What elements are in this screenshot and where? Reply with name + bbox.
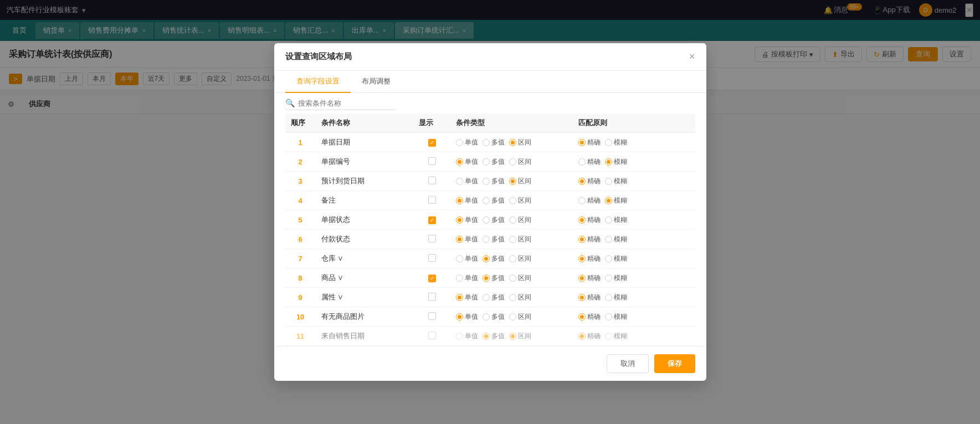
th-order: 顺序 (285, 113, 316, 114)
dialog-header: 设置查询区域布局 × (274, 43, 706, 71)
settings-dialog: 设置查询区域布局 × 查询字段设置 布局调整 🔍 顺序 (274, 43, 706, 114)
tab-layout-adjust[interactable]: 布局调整 (351, 71, 402, 93)
search-icon: 🔍 (285, 99, 295, 107)
dialog-table-wrapper: 顺序 条件名称 显示 条件类型 匹配原则 1单据日期单值多值区间精确模糊2单据编… (285, 113, 695, 114)
search-wrapper: 🔍 (285, 99, 396, 110)
th-type: 条件类型 (450, 113, 573, 114)
dialog-search-area: 🔍 (274, 93, 706, 113)
tab-query-fields[interactable]: 查询字段设置 (285, 71, 351, 93)
dialog-table: 顺序 条件名称 显示 条件类型 匹配原则 1单据日期单值多值区间精确模糊2单据编… (285, 113, 695, 114)
tab-query-fields-label: 查询字段设置 (296, 77, 340, 85)
dialog-title: 设置查询区域布局 (285, 51, 352, 62)
th-show: 显示 (413, 113, 450, 114)
dialog-tabs: 查询字段设置 布局调整 (274, 71, 706, 93)
search-input[interactable] (298, 99, 387, 107)
modal-overlay: 设置查询区域布局 × 查询字段设置 布局调整 🔍 顺序 (0, 0, 980, 114)
dialog-close-button[interactable]: × (689, 51, 695, 63)
tab-layout-adjust-label: 布局调整 (362, 77, 391, 85)
th-match: 匹配原则 (573, 113, 695, 114)
th-name: 条件名称 (316, 113, 414, 114)
